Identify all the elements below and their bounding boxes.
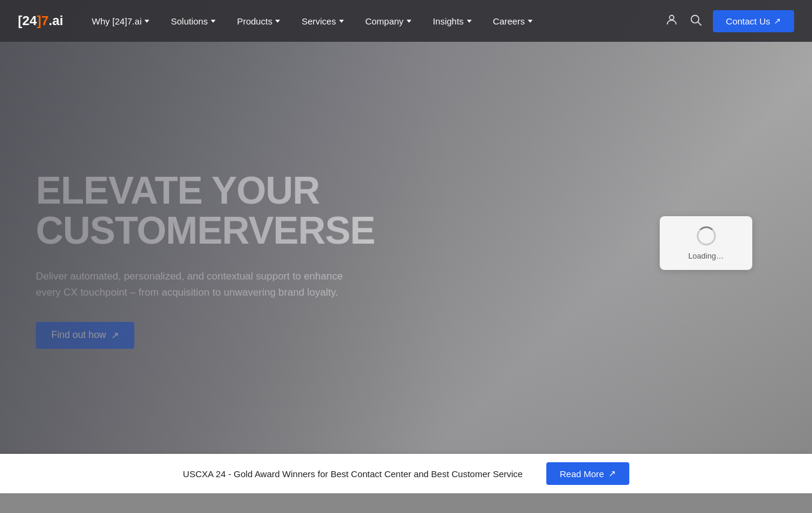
nav-label-products: Products — [237, 16, 272, 26]
arrow-icon-read-more: ↗ — [608, 468, 616, 479]
find-out-how-button[interactable]: Find out how ↗ — [36, 322, 134, 349]
chevron-down-icon-why — [144, 20, 149, 23]
chevron-down-icon-insights — [467, 20, 472, 23]
nav-item-why[interactable]: Why [24]7.ai — [81, 0, 160, 42]
hero-title-line1: ELEVATE YOUR — [36, 169, 319, 212]
logo[interactable]: [ 24 ]7 .ai — [18, 13, 63, 29]
hero-title-line2: CUSTOMERVERSE — [36, 209, 375, 252]
loading-spinner — [697, 226, 716, 245]
nav-item-company[interactable]: Company — [355, 0, 422, 42]
nav-label-careers: Careers — [493, 16, 525, 26]
read-more-button[interactable]: Read More ↗ — [546, 462, 629, 485]
contact-us-label: Contact Us — [726, 16, 770, 26]
nav-label-services: Services — [302, 16, 336, 26]
chevron-down-icon-company — [407, 20, 411, 23]
nav-item-careers[interactable]: Careers — [482, 0, 543, 42]
find-out-how-label: Find out how — [51, 330, 106, 340]
hero-content: ELEVATE YOUR CUSTOMERVERSE Deliver autom… — [0, 171, 411, 349]
bottom-banner: USCXA 24 - Gold Award Winners for Best C… — [0, 454, 812, 493]
nav-item-services[interactable]: Services — [291, 0, 355, 42]
chevron-down-icon-products — [275, 20, 280, 23]
nav-label-why: Why [24]7.ai — [92, 16, 142, 26]
navbar: [ 24 ]7 .ai Why [24]7.ai Solutions Produ… — [0, 0, 812, 42]
user-icon[interactable] — [665, 13, 678, 29]
logo-bracket-open: [ — [18, 13, 22, 29]
search-icon[interactable] — [689, 13, 702, 29]
nav-items: Why [24]7.ai Solutions Products Services… — [81, 0, 665, 42]
nav-label-solutions: Solutions — [171, 16, 208, 26]
loading-text: Loading… — [688, 251, 724, 260]
hero-title: ELEVATE YOUR CUSTOMERVERSE — [36, 171, 375, 251]
contact-us-button[interactable]: Contact Us ↗ — [713, 10, 794, 32]
chevron-down-icon-services — [339, 20, 344, 23]
logo-7: ]7 — [37, 13, 49, 29]
hero-section: ELEVATE YOUR CUSTOMERVERSE Deliver autom… — [0, 0, 812, 454]
read-more-label: Read More — [559, 469, 604, 479]
nav-item-insights[interactable]: Insights — [422, 0, 482, 42]
nav-right: Contact Us ↗ — [665, 10, 794, 32]
nav-label-insights: Insights — [433, 16, 464, 26]
chevron-down-icon-solutions — [211, 20, 216, 23]
logo-24: 24 — [22, 13, 36, 29]
svg-line-2 — [698, 22, 701, 25]
arrow-icon-cta: ↗ — [111, 330, 119, 341]
svg-point-0 — [669, 15, 673, 19]
chevron-down-icon-careers — [528, 20, 533, 23]
nav-item-products[interactable]: Products — [226, 0, 291, 42]
nav-item-solutions[interactable]: Solutions — [160, 0, 226, 42]
arrow-icon: ↗ — [774, 16, 781, 26]
loading-card: Loading… — [660, 216, 752, 270]
logo-ai: .ai — [48, 13, 63, 29]
hero-subtitle: Deliver automated, personalized, and con… — [36, 268, 370, 300]
nav-label-company: Company — [365, 16, 404, 26]
banner-text: USCXA 24 - Gold Award Winners for Best C… — [183, 469, 522, 479]
